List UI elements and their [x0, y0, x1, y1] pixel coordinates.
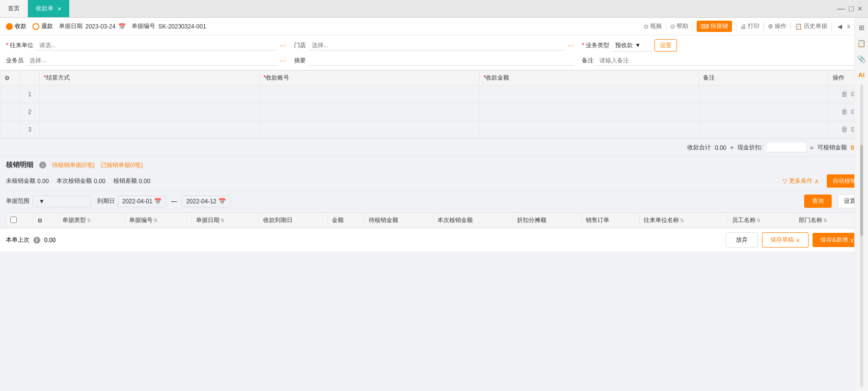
bottom-col-duedate: 收款到期日	[259, 213, 327, 228]
staff-more-icon[interactable]: ···	[279, 56, 286, 65]
receipt-radio-label: 收款	[15, 22, 27, 30]
help-button[interactable]: ⊙ 帮助	[670, 22, 688, 30]
maximize-button[interactable]: □	[849, 4, 854, 13]
biz-type-select[interactable]: 预收款 ▼	[612, 40, 651, 52]
date-field: 单据日期 2023-03-24 📅	[59, 22, 126, 30]
number-value: SK-20230324-001	[158, 23, 206, 30]
shortcut-button[interactable]: ⌨ 快捷键	[697, 21, 732, 32]
divider2	[692, 23, 693, 30]
row-amount-2[interactable]	[479, 103, 699, 121]
row-remark-3[interactable]	[699, 121, 829, 139]
row-amount-3[interactable]	[479, 121, 699, 139]
minimize-button[interactable]: —	[837, 4, 845, 13]
filter-row: 单据范围 ▼ 到期日 2022-04-01 📅 — 2022-04-12	[6, 190, 862, 213]
this-order-info-icon[interactable]: ℹ	[33, 237, 40, 244]
row-settlement-2[interactable]	[40, 103, 260, 121]
row-account-1[interactable]	[259, 85, 479, 103]
summary-row: 收款合计 0.00 + 现金折扣: = 可核销金额 0.00	[0, 139, 868, 157]
writeoff-info-icon[interactable]: i	[39, 162, 46, 168]
scrollbar[interactable]	[860, 84, 863, 251]
more-conditions-btn[interactable]: ▽ 更多条件 ∧	[783, 177, 819, 185]
partner-input[interactable]	[36, 40, 276, 51]
pending-tab-link[interactable]: 待核销单据(0笔)	[52, 161, 95, 169]
close-button[interactable]: ×	[858, 4, 862, 13]
store-input[interactable]	[309, 40, 565, 51]
row-remark-2[interactable]	[699, 103, 829, 121]
save-draft-button[interactable]: 保存草稿 ∨	[762, 232, 809, 248]
query-button[interactable]: 查询	[804, 195, 832, 208]
refund-radio-dot	[32, 23, 39, 30]
row-account-3[interactable]	[259, 121, 479, 139]
tab-home-label: 首页	[8, 4, 20, 13]
sort-dept-icon[interactable]: ⇅	[823, 218, 827, 223]
partner-field: * 往来单位 ···	[6, 40, 286, 51]
bottom-table-container: ⚙ 单据类型⇅ 单据编号⇅ 单据日期⇅ 收款到期日	[6, 213, 862, 228]
row-settlement-3[interactable]	[40, 121, 260, 139]
toolbar-right: ⊙ 视频 ⊙ 帮助 ⌨ 快捷键 🖨 打印	[644, 21, 862, 32]
sidebar-clipboard-icon[interactable]: 📋	[856, 37, 868, 49]
sort-date-icon[interactable]: ⇅	[220, 218, 224, 223]
done-tab-link[interactable]: 已核销单据(0笔)	[101, 161, 143, 169]
store-label: 门店	[294, 41, 306, 50]
tab-home[interactable]: 首页	[0, 0, 28, 17]
sidebar-ai-icon[interactable]: Ai	[856, 69, 868, 81]
bottom-col-settings[interactable]: ⚙	[33, 213, 58, 228]
col-amount: *收款金额	[479, 71, 699, 85]
date-calendar-icon[interactable]: 📅	[118, 23, 126, 30]
current-label: 本次核销金额	[56, 177, 92, 185]
bottom-col-current: 本次核销金额	[433, 213, 513, 228]
more-conditions-label: 更多条件	[789, 177, 813, 185]
date-to-field[interactable]: 2022-04-12 📅	[182, 196, 230, 207]
receipt-radio[interactable]: 收款	[6, 22, 27, 30]
history-button[interactable]: 📋 历史单据	[795, 22, 827, 30]
sort-partner-icon[interactable]: ⇅	[680, 218, 684, 223]
row-delete-3-icon[interactable]: 🗑	[841, 125, 848, 134]
sort-type-icon[interactable]: ⇅	[87, 218, 91, 223]
summary-input[interactable]	[309, 56, 574, 66]
shortcut-icon: ⌨	[701, 23, 709, 30]
operation-button[interactable]: ⚙ 操作	[768, 22, 787, 30]
tab-receipt-label: 收款单	[36, 4, 54, 13]
equals-sign: =	[810, 144, 814, 151]
refund-radio[interactable]: 退款	[32, 22, 53, 30]
sort-number-icon[interactable]: ⇅	[154, 218, 158, 223]
history-label: 历史单据	[804, 22, 827, 30]
row-settings-cell	[0, 85, 20, 103]
bottom-col-number: 单据编号⇅	[125, 213, 191, 228]
row-account-2[interactable]	[259, 103, 479, 121]
sort-staff-icon[interactable]: ⇅	[757, 218, 760, 223]
row-delete-1-icon[interactable]: 🗑	[841, 90, 848, 98]
row-amount-1[interactable]	[479, 85, 699, 103]
summary-label: 摘要	[294, 56, 306, 65]
tab-receipt[interactable]: 收款单 ×	[28, 0, 69, 17]
sidebar-attach-icon[interactable]: 📎	[856, 53, 868, 65]
table-settings-header[interactable]: ⚙	[0, 71, 20, 85]
remark-input[interactable]	[597, 56, 862, 66]
abandon-button[interactable]: 放弃	[726, 232, 758, 248]
discount-input[interactable]	[767, 143, 806, 152]
row-settlement-1[interactable]	[40, 85, 260, 103]
select-all-checkbox[interactable]	[10, 217, 17, 223]
date-from-field[interactable]: 2022-04-01 📅	[118, 196, 166, 207]
more-conditions-chevron: ∧	[814, 178, 819, 185]
number-field: 单据编号 SK-20230324-001	[132, 22, 206, 30]
sidebar-table-icon[interactable]: ⊞	[856, 22, 868, 33]
form-settings-button[interactable]: 设置	[654, 39, 677, 52]
row-settings-cell-3	[0, 121, 20, 139]
date-value: 2023-03-24	[85, 23, 115, 30]
save-new-chevron-icon: ∨	[850, 237, 854, 244]
prev-view-icon[interactable]: ◀	[836, 22, 844, 31]
row-remark-1[interactable]	[699, 85, 829, 103]
row-delete-2-icon[interactable]: 🗑	[841, 108, 848, 116]
store-more-icon[interactable]: ···	[568, 41, 574, 50]
print-button[interactable]: 🖨 打印	[740, 22, 760, 30]
list-view-icon[interactable]: ≡	[845, 22, 852, 31]
form-area: * 往来单位 ··· 门店 ··· * 业务类型	[0, 35, 868, 70]
partner-more-icon[interactable]: ···	[279, 41, 286, 50]
range-select[interactable]: ▼	[32, 196, 91, 207]
video-button[interactable]: ⊙ 视频	[644, 22, 662, 30]
tab-close-icon[interactable]: ×	[57, 5, 61, 13]
staff-input[interactable]	[27, 56, 276, 66]
save-draft-chevron-icon: ∨	[796, 237, 800, 244]
discount-label: 现金折扣:	[737, 143, 762, 152]
